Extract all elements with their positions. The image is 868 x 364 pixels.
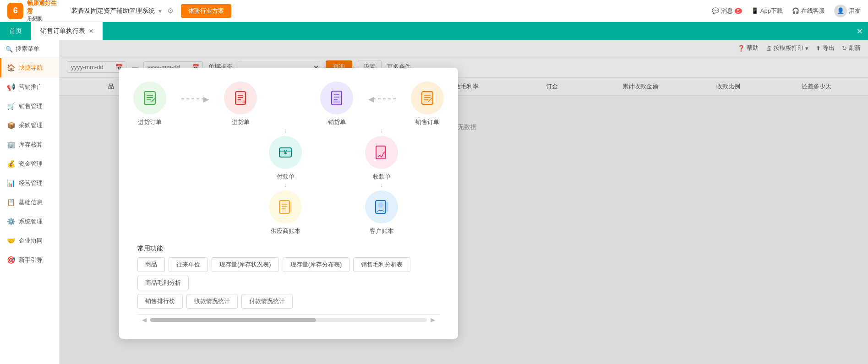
sidebar-item-purchase[interactable]: 📦 采购管理 [0,116,59,135]
sales-bill-circle[interactable] [320,81,353,114]
message-item[interactable]: 💬 消息 5 [712,7,742,15]
trial-button[interactable]: 体验行业方案 [181,4,231,18]
sidebar-item-operation[interactable]: 📊 经营管理 [0,174,59,193]
flow-row-2: ¥ 付款单 [166,136,411,181]
scroll-right-icon[interactable]: ▶ [431,316,435,323]
supplier-ledger-circle[interactable] [269,190,302,223]
enterprise-icon: 🤝 [7,237,15,245]
sales-order-circle[interactable] [411,81,444,114]
logo-text: 畅康通好生意 乐想版 [27,0,62,22]
beginner-icon: 🎯 [7,256,15,264]
sidebar-item-system[interactable]: ⚙️ 系统管理 [0,212,59,231]
sidebar-item-beginner[interactable]: 🎯 新手引导 [0,250,59,270]
app-download-item[interactable]: 📱 App下载 [751,7,783,15]
system-icon: ⚙️ [7,217,15,226]
basic-info-icon: 📋 [7,198,15,206]
top-header: 6 畅康通好生意 乐想版 装备及固定资产辅助管理系统 ▾ ⚙ 体验行业方案 💬 … [0,0,868,22]
v-arrow-pb: ↓ [256,127,315,133]
service-icon: 🎧 [792,7,799,14]
scroll-bar-area: ◀ ▶ [137,314,440,325]
svg-point-38 [378,203,383,207]
func-btn-payment-stats[interactable]: 付款情况统计 [241,294,293,309]
user-name: 用友 [849,7,861,15]
quick-nav-label: 快捷导航 [19,64,43,72]
func-btn-stock-status[interactable]: 现存量(库存状况表) [212,257,279,272]
sales-icon: 🛒 [7,102,15,110]
func-btn-receipt-stats[interactable]: 收款情况统计 [186,294,238,309]
scroll-track[interactable] [150,318,427,322]
func-btn-contacts[interactable]: 往来单位 [169,257,208,272]
receipt-bill-circle[interactable] [365,136,398,169]
search-menu[interactable]: 🔍 搜索菜单 [0,40,59,58]
search-icon: 🔍 [5,46,13,53]
user-item[interactable]: 👤 用友 [834,5,861,17]
sidebar-item-finance[interactable]: 💰 资金管理 [0,154,59,174]
close-tab-icon[interactable]: ✕ [89,28,93,34]
sidebar-item-marketing[interactable]: 📢 营销推广 [0,77,59,97]
func-btn-sales-gross[interactable]: 销售毛利分析表 [353,257,410,272]
tab-home-label: 首页 [9,27,22,35]
func-buttons: 商品 往来单位 现存量(库存状况表) 现存量(库存分布表) 销售毛利分析表 商品… [137,257,440,290]
sales-bill-label: 销货单 [328,118,346,126]
svg-rect-39 [386,202,388,212]
brand-sub: 乐想版 [27,15,62,22]
system-dropdown-icon[interactable]: ▾ [158,7,162,15]
basic-info-label: 基础信息 [19,198,43,206]
online-service-item[interactable]: 🎧 在线客服 [792,7,825,15]
arrow-po-to-pb: ▶ [180,95,211,103]
logo-area: 6 畅康通好生意 乐想版 [7,0,62,22]
v-spacer1 [166,127,225,133]
func-btn-sales-rank[interactable]: 销售排行榜 [137,294,183,309]
sidebar-item-inventory[interactable]: 🏢 库存核算 [0,135,59,154]
customer-ledger-circle[interactable] [365,190,398,223]
v-arrows-row2: ↓ ↓ [166,182,411,188]
marketing-label: 营销推广 [19,83,43,91]
sidebar-item-enterprise[interactable]: 🤝 企业协同 [0,231,59,250]
online-service-label: 在线客服 [801,7,825,15]
marketing-icon: 📢 [7,83,15,91]
tab-sales-order[interactable]: 销售订单执行表 ✕ [31,22,103,40]
logo-icon: 6 [7,3,23,19]
flow-row-3: 供应商账本 [166,190,411,235]
receipt-bill-node: 收款单 [352,136,411,181]
purchase-bill-circle[interactable]: ✓ [224,81,257,114]
sales-order-label: 销售订单 [415,118,439,126]
search-menu-label: 搜索菜单 [16,45,39,53]
header-right: 💬 消息 5 📱 App下载 🎧 在线客服 👤 用友 [712,5,861,17]
func-btn-stock-dist[interactable]: 现存量(库存分布表) [283,257,350,272]
mobile-icon: 📱 [751,7,759,14]
purchase-label: 采购管理 [19,121,43,130]
scroll-thumb [150,318,316,322]
v-spacer2 [225,127,256,133]
arrow-so-to-sb: ◀ [366,95,398,103]
finance-label: 资金管理 [19,160,43,168]
customer-ledger-label: 客户账本 [370,227,393,235]
close-all-tabs-icon[interactable]: ✕ [857,27,863,36]
tab-sales-order-label: 销售订单执行表 [40,27,85,35]
settings-icon[interactable]: ⚙ [167,6,174,15]
payment-bill-circle[interactable]: ¥ [269,136,302,169]
system-title: 装备及固定资产辅助管理系统 ▾ ⚙ [71,6,174,15]
system-title-text: 装备及固定资产辅助管理系统 [71,7,155,15]
beginner-label: 新手引导 [19,256,43,264]
message-label: 消息 [721,7,733,15]
app-download-label: App下载 [760,7,783,15]
sidebar-item-basic-info[interactable]: 📋 基础信息 [0,193,59,212]
finance-icon: 💰 [7,160,15,168]
customer-ledger-node: 客户账本 [352,190,411,235]
svg-rect-17 [333,101,340,103]
inventory-icon: 🏢 [7,141,15,149]
svg-rect-30 [279,201,289,213]
payment-bill-label: 付款单 [277,173,295,181]
func-btn-goods-gross[interactable]: 商品毛利分析 [137,276,189,290]
tab-home[interactable]: 首页 [0,22,31,40]
sidebar-item-quick-nav[interactable]: 🏠 快捷导航 [0,58,59,77]
purchase-order-label: 进货订单 [138,118,162,126]
purchase-icon: 📦 [7,121,15,130]
sidebar-item-sales[interactable]: 🛒 销售管理 [0,97,59,116]
v-arrow-rct: ↓ [352,182,411,188]
purchase-order-circle[interactable] [133,81,166,114]
flow-row-1: 进货订单 ▶ [120,81,457,126]
scroll-left-icon[interactable]: ◀ [142,316,147,323]
func-btn-goods[interactable]: 商品 [137,257,165,272]
